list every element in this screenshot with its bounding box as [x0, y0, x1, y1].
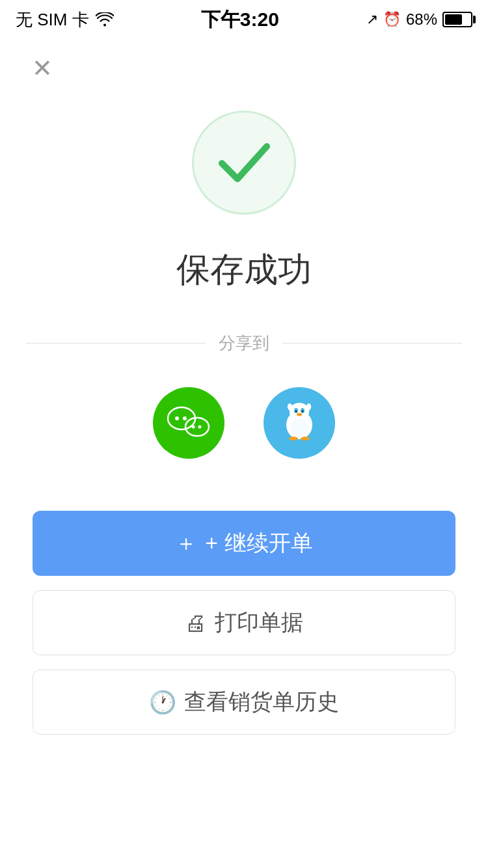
success-circle: [192, 111, 296, 215]
alarm-icon: ⏰: [383, 11, 401, 28]
svg-point-15: [291, 418, 308, 437]
plus-icon: ＋: [175, 528, 197, 558]
action-buttons: ＋ + 继续开单 🖨 打印单据 🕐 查看销货单历史: [26, 511, 462, 735]
status-bar: 无 SIM 卡 下午3:20 ↗ ⏰ 68%: [0, 0, 488, 39]
print-label: 打印单据: [215, 608, 303, 638]
wechat-icon: [167, 405, 210, 441]
svg-point-16: [289, 437, 298, 441]
checkmark-icon: [217, 139, 272, 187]
continue-order-label: + 继续开单: [205, 528, 312, 558]
success-title: 保存成功: [176, 247, 312, 293]
qq-icon: [282, 400, 317, 446]
carrier-text: 无 SIM 卡: [16, 8, 89, 31]
divider-left: [26, 343, 206, 344]
svg-point-4: [192, 426, 195, 429]
qq-share-button[interactable]: [264, 387, 335, 459]
history-label: 查看销货单历史: [184, 687, 339, 717]
share-icons: [153, 387, 335, 459]
share-section: 分享到: [26, 332, 462, 355]
battery-fill: [445, 14, 462, 25]
wechat-share-button[interactable]: [153, 387, 224, 459]
svg-point-2: [183, 416, 187, 420]
svg-point-5: [198, 426, 202, 429]
svg-point-11: [302, 411, 304, 413]
status-left: 无 SIM 卡: [16, 8, 114, 31]
share-label: 分享到: [219, 332, 269, 355]
svg-point-17: [301, 437, 310, 441]
wifi-icon: [96, 12, 114, 27]
close-icon: ✕: [32, 56, 53, 81]
continue-order-button[interactable]: ＋ + 继续开单: [33, 511, 455, 576]
close-btn-area: ✕: [0, 39, 488, 98]
location-icon: ↗: [366, 11, 378, 28]
svg-point-10: [295, 411, 297, 413]
close-button[interactable]: ✕: [26, 52, 59, 85]
history-button[interactable]: 🕐 查看销货单历史: [33, 670, 455, 735]
battery-icon: [442, 12, 472, 27]
status-time: 下午3:20: [201, 7, 279, 33]
divider-right: [282, 343, 462, 344]
main-content: 保存成功 分享到: [0, 98, 488, 868]
svg-point-1: [175, 416, 179, 420]
clock-icon: 🕐: [149, 689, 176, 715]
battery-text: 68%: [406, 10, 437, 29]
printer-icon: 🖨: [185, 610, 207, 636]
status-right: ↗ ⏰ 68%: [366, 10, 472, 29]
print-button[interactable]: 🖨 打印单据: [33, 590, 455, 655]
svg-point-12: [297, 413, 302, 416]
svg-point-7: [290, 403, 309, 421]
